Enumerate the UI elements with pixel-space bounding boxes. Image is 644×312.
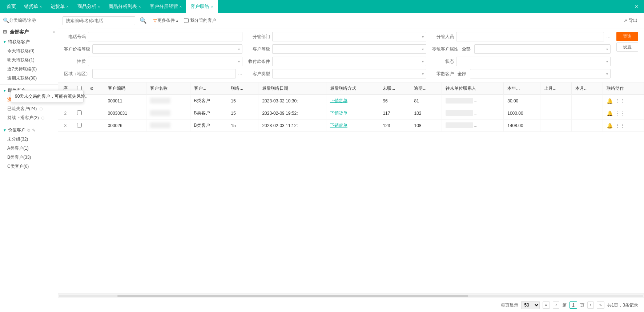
last-page-button[interactable]: » — [597, 301, 604, 309]
close-all-button[interactable]: × — [632, 2, 641, 11]
sidebar-item-tomorrow[interactable]: 明天待联络(1) — [0, 56, 58, 65]
nav-home[interactable]: 首页 — [3, 3, 20, 10]
cell-unit-contact: 联系人... — [442, 95, 504, 107]
nav-tab-product-list[interactable]: 商品分析列表 × — [104, 0, 145, 13]
nav-tab-purchase[interactable]: 进货单 × — [46, 0, 73, 13]
refresh-icon[interactable]: ↻ — [27, 128, 31, 133]
more-actions-icon[interactable]: ⋮⋮ — [615, 110, 625, 116]
export-button[interactable]: ↗ 导出 — [621, 16, 640, 25]
filter-select-status[interactable]: ▾ — [456, 57, 611, 66]
horizontal-scrollbar[interactable] — [58, 293, 644, 298]
sidebar-item-class-a[interactable]: A类客户(1) — [0, 144, 58, 153]
sidebar-item-unsorted[interactable]: 未分组(32) — [0, 135, 58, 144]
th-this-year[interactable]: 本年... — [504, 82, 540, 95]
cell-checkbox — [73, 119, 86, 132]
th-contact[interactable]: 联络... — [227, 82, 258, 95]
filter-field-dept: 分管部门 ▾ — [248, 32, 427, 41]
filter-select-casual-attr[interactable]: ▾ — [474, 44, 611, 54]
th-last-month[interactable]: 上月... — [540, 82, 572, 95]
scrollbar-thumb[interactable] — [117, 295, 468, 297]
filter-search-button[interactable]: 🔍 — [138, 17, 148, 24]
close-sales-icon[interactable]: × — [40, 4, 42, 9]
prev-page-button[interactable]: ‹ — [553, 301, 559, 309]
contact-icon[interactable]: 🔔 — [607, 123, 613, 129]
sidebar-search-input[interactable] — [9, 18, 55, 23]
row-checkbox[interactable] — [77, 110, 82, 115]
close-customer-contact-icon[interactable]: × — [211, 4, 213, 9]
th-last-contact-date[interactable]: 最后联络日期 — [258, 82, 326, 95]
sidebar-all-customers[interactable]: ⊞ 全部客户 « — [0, 27, 58, 37]
cell-checkbox — [73, 107, 86, 119]
th-uncontacted[interactable]: 未联... — [379, 82, 410, 95]
first-page-button[interactable]: « — [543, 301, 550, 309]
sidebar-item-week[interactable]: 近7天待联络(0) — [0, 65, 58, 74]
tooltip-box: 90天未交易的客户，可能有流失风险。 — [11, 90, 58, 103]
filter-search-input[interactable] — [63, 16, 135, 25]
filter-select-customer-tier[interactable]: ▾ — [272, 44, 427, 54]
th-overdue[interactable]: 逾期... — [410, 82, 442, 95]
dropdown-arrow-icon-7: ▾ — [606, 60, 608, 64]
next-page-button[interactable]: › — [587, 301, 594, 309]
filter-label-casual: 零散客户 — [432, 71, 454, 77]
sidebar-item-declining[interactable]: 持续下滑客户(2) — [0, 113, 58, 122]
settings-button[interactable]: 设置 — [616, 42, 638, 52]
more-conditions-button[interactable]: ▽ 更多条件 ▲ — [151, 16, 181, 25]
cell-actions: 🔔 ⋮⋮ — [603, 119, 644, 132]
more-actions-icon[interactable]: ⋮⋮ — [615, 98, 625, 104]
cell-code: 000011 — [104, 95, 146, 107]
th-this-month[interactable]: 本月... — [572, 82, 603, 95]
select-all-checkbox[interactable] — [77, 86, 82, 90]
region-dots-icon[interactable]: ··· — [238, 71, 242, 77]
page-label: 第 — [562, 302, 567, 308]
nav-tab-sales[interactable]: 销货单 × — [20, 0, 46, 13]
sidebar-item-lost[interactable]: 已流失客户(24) — [0, 104, 58, 113]
nav-tab-customer-tier[interactable]: 客户分层经营 × — [145, 0, 186, 13]
sidebar-item-today[interactable]: 今天待联络(0) — [0, 46, 58, 56]
edit-icon[interactable]: ✎ — [32, 128, 36, 133]
cell-spacer — [86, 107, 104, 119]
filter-select-nature[interactable]: ▾ — [88, 57, 242, 66]
cell-this-year: 1408.00 — [504, 119, 540, 132]
query-button[interactable]: 查询 — [616, 32, 638, 41]
th-code[interactable]: 客户编码 — [104, 82, 146, 95]
filter-row-4: 区域（地区） ··· 客户类型 ▾ — [64, 69, 611, 78]
close-purchase-icon[interactable]: × — [66, 4, 68, 9]
filter-field-region: 区域（地区） ··· — [64, 69, 242, 78]
filter-actions: 查询 设置 — [616, 32, 638, 52]
dropdown-arrow-icon-6: ▾ — [422, 60, 424, 64]
filter-select-casual[interactable]: ▾ — [470, 69, 611, 78]
filter-select-payment[interactable]: ▾ — [272, 57, 427, 66]
nav-tab-customer-contact[interactable]: 客户联络 × — [186, 0, 217, 13]
filter-select-price-tier[interactable]: ▾ — [92, 44, 242, 54]
filter-select-customer-type[interactable]: ▾ — [272, 69, 427, 78]
th-last-contact-method[interactable]: 最后联络方式 — [326, 82, 379, 95]
filter-input-region[interactable] — [92, 69, 236, 78]
sidebar-item-class-b[interactable]: B类客户(33) — [0, 153, 58, 162]
manager-dots-icon[interactable]: ··· — [606, 34, 611, 40]
my-customers-checkbox[interactable] — [184, 18, 189, 23]
row-checkbox[interactable] — [77, 123, 82, 127]
column-settings-icon[interactable]: ⚙ — [90, 86, 94, 91]
cell-uncontacted: 96 — [379, 95, 410, 107]
filter-select-dept[interactable]: ▾ — [272, 32, 427, 41]
contact-icon[interactable]: 🔔 — [607, 98, 613, 104]
th-name[interactable]: 客户名称 — [146, 82, 190, 95]
th-type[interactable]: 客户... — [190, 82, 227, 95]
nav-tab-product-analysis[interactable]: 商品分析 × — [73, 0, 104, 13]
filter-input-manager[interactable] — [456, 32, 604, 41]
contact-icon[interactable]: 🔔 — [607, 110, 613, 116]
more-actions-icon[interactable]: ⋮⋮ — [615, 123, 625, 129]
sidebar-group-value[interactable]: ▼ 价值客户 ↻ ✎ — [0, 126, 58, 135]
sidebar-item-overdue[interactable]: 逾期未联络(30) — [0, 74, 58, 83]
th-unit-contact[interactable]: 往来单位联系人 — [442, 82, 504, 95]
cell-type: B类客户 — [190, 107, 227, 119]
close-product-analysis-icon[interactable]: × — [98, 4, 100, 9]
close-product-list-icon[interactable]: × — [138, 4, 141, 9]
arrow-down-icon: ▼ — [3, 40, 7, 44]
close-customer-tier-icon[interactable]: × — [180, 4, 182, 9]
per-page-select[interactable]: 50 20 100 — [521, 301, 540, 309]
sidebar-item-class-c[interactable]: C类客户(6) — [0, 162, 58, 171]
sidebar-group-pending-contact[interactable]: ▼ 待联络客户 — [0, 37, 58, 46]
filter-input-phone[interactable] — [88, 32, 242, 41]
filter-field-nature: 性质 ▾ — [64, 57, 242, 66]
